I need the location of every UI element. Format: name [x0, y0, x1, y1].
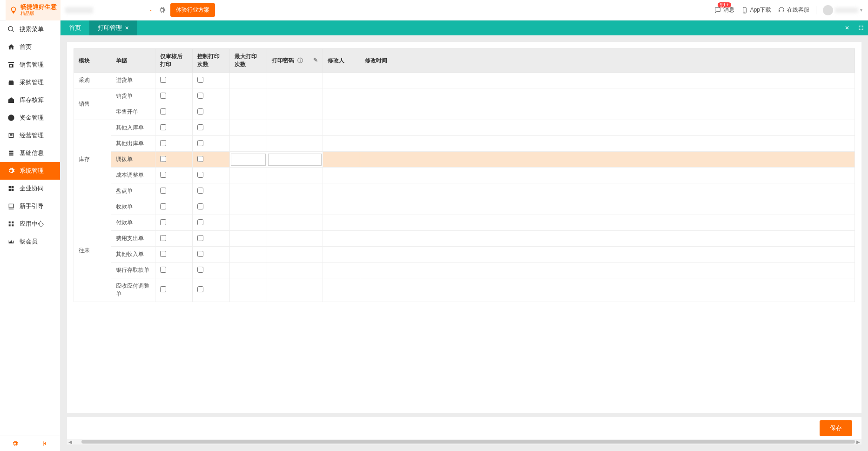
- help-icon[interactable]: ⓘ: [297, 57, 303, 64]
- cell-audit-only: [155, 278, 193, 302]
- sidebar-item-biz[interactable]: 经营管理: [0, 127, 60, 144]
- sidebar-item-sys[interactable]: 系统管理: [0, 162, 60, 180]
- cell-mod-time: [360, 120, 855, 136]
- app-download-button[interactable]: App下载: [741, 6, 771, 14]
- scroll-left-icon[interactable]: ◀: [67, 439, 74, 444]
- scroll-thumb[interactable]: [81, 440, 855, 444]
- ctrl-count-checkbox[interactable]: [197, 124, 203, 130]
- max-count-input[interactable]: [231, 154, 266, 166]
- ctrl-count-checkbox[interactable]: [197, 286, 203, 292]
- ctrl-count-checkbox[interactable]: [197, 156, 203, 162]
- account-selector[interactable]: [65, 7, 154, 13]
- user-menu[interactable]: ▾: [823, 5, 862, 15]
- brand-edition: 精品版: [20, 10, 57, 17]
- audit-only-checkbox[interactable]: [160, 108, 166, 114]
- guide-icon: [7, 202, 15, 210]
- sidebar-item-search[interactable]: 搜索菜单: [0, 20, 60, 38]
- audit-only-checkbox[interactable]: [160, 203, 166, 209]
- audit-only-checkbox[interactable]: [160, 77, 166, 83]
- ctrl-count-checkbox[interactable]: [197, 93, 203, 99]
- audit-only-checkbox[interactable]: [160, 93, 166, 99]
- tab-print-management[interactable]: 打印管理 ✕: [89, 20, 137, 35]
- sidebar-item-home[interactable]: 首页: [0, 38, 60, 56]
- sidebar-footer: [0, 436, 60, 451]
- ctrl-count-checkbox[interactable]: [197, 203, 203, 209]
- ctrl-count-checkbox[interactable]: [197, 219, 203, 225]
- table-row[interactable]: 其他收入单: [74, 247, 855, 263]
- table-row[interactable]: 银行存取款单: [74, 263, 855, 278]
- audit-only-checkbox[interactable]: [160, 156, 166, 162]
- table-row[interactable]: 付款单: [74, 215, 855, 231]
- coop-icon: [7, 185, 15, 192]
- ctrl-count-checkbox[interactable]: [197, 235, 203, 241]
- sidebar-item-coop[interactable]: 企业协同: [0, 180, 60, 197]
- close-all-tabs-icon[interactable]: ✕: [840, 20, 854, 35]
- cell-mod-time: [360, 168, 855, 183]
- tab-home[interactable]: 首页: [61, 20, 89, 35]
- gear-icon[interactable]: [158, 7, 166, 14]
- close-icon[interactable]: ✕: [125, 25, 129, 31]
- ctrl-count-checkbox[interactable]: [197, 188, 203, 194]
- sidebar-item-appcenter[interactable]: 应用中心: [0, 215, 60, 233]
- sidebar-item-purchase[interactable]: 采购管理: [0, 74, 60, 91]
- audit-only-checkbox[interactable]: [160, 219, 166, 225]
- audit-only-checkbox[interactable]: [160, 251, 166, 257]
- cell-password: [267, 120, 323, 136]
- cell-max-count: [230, 88, 267, 104]
- save-button[interactable]: 保存: [820, 420, 852, 436]
- scroll-right-icon[interactable]: ▶: [855, 439, 861, 444]
- audit-only-checkbox[interactable]: [160, 188, 166, 194]
- search-icon: [7, 26, 15, 33]
- audit-only-checkbox[interactable]: [160, 286, 166, 292]
- table-row[interactable]: 其他出库单: [74, 136, 855, 152]
- fullscreen-icon[interactable]: [854, 20, 868, 35]
- audit-only-checkbox[interactable]: [160, 235, 166, 241]
- chevron-down-icon: [148, 7, 154, 13]
- audit-only-checkbox[interactable]: [160, 124, 166, 130]
- ctrl-count-checkbox[interactable]: [197, 140, 203, 146]
- ctrl-count-checkbox[interactable]: [197, 77, 203, 83]
- sidebar-item-stock[interactable]: 库存核算: [0, 91, 60, 109]
- table-row[interactable]: 费用支出单: [74, 231, 855, 247]
- edit-icon[interactable]: ✎: [313, 57, 318, 63]
- table-row[interactable]: 成本调整单: [74, 168, 855, 183]
- sidebar-item-guide[interactable]: 新手引导: [0, 197, 60, 215]
- table-row[interactable]: 调拨单: [74, 152, 855, 168]
- online-service-button[interactable]: 在线客服: [778, 6, 809, 14]
- brand-name: 畅捷通好生意: [20, 4, 57, 10]
- sidebar-item-vip[interactable]: 畅会员: [0, 233, 60, 250]
- print-settings-table: 模块 单据 仅审核后打印 控制打印次数 最大打印次数 打印密码 ⓘ ✎ 修改人: [74, 48, 855, 302]
- sidebar-item-fund[interactable]: 资金管理: [0, 109, 60, 127]
- message-button[interactable]: 99 + 消息: [714, 6, 734, 14]
- audit-only-checkbox[interactable]: [160, 267, 166, 273]
- password-input[interactable]: [268, 154, 322, 166]
- cell-max-count: [230, 136, 267, 152]
- cell-modifier: [323, 136, 360, 152]
- table-row[interactable]: 采购进货单: [74, 73, 855, 88]
- horizontal-scrollbar[interactable]: ◀ ▶: [67, 439, 861, 444]
- cell-audit-only: [155, 199, 193, 215]
- cell-ctrl-count: [193, 104, 230, 120]
- industry-solution-button[interactable]: 体验行业方案: [170, 3, 215, 17]
- audit-only-checkbox[interactable]: [160, 172, 166, 178]
- table-row[interactable]: 盘点单: [74, 183, 855, 199]
- table-row[interactable]: 零售开单: [74, 104, 855, 120]
- sidebar-item-sales[interactable]: 销售管理: [0, 56, 60, 74]
- table-row[interactable]: 销售销货单: [74, 88, 855, 104]
- ctrl-count-checkbox[interactable]: [197, 251, 203, 257]
- cell-max-count: [230, 199, 267, 215]
- ctrl-count-checkbox[interactable]: [197, 267, 203, 273]
- cell-audit-only: [155, 152, 193, 168]
- audit-only-checkbox[interactable]: [160, 140, 166, 146]
- sidebar-item-base[interactable]: 基础信息: [0, 144, 60, 162]
- table-row[interactable]: 库存其他入库单: [74, 120, 855, 136]
- table-row[interactable]: 往来收款单: [74, 199, 855, 215]
- settings-icon[interactable]: [0, 436, 30, 451]
- cell-mod-time: [360, 152, 855, 168]
- table-row[interactable]: 应收应付调整单: [74, 278, 855, 302]
- ctrl-count-checkbox[interactable]: [197, 172, 203, 178]
- collapse-sidebar-icon[interactable]: [30, 436, 61, 451]
- cell-password: [267, 263, 323, 278]
- ctrl-count-checkbox[interactable]: [197, 108, 203, 114]
- cell-doc: 应收应付调整单: [111, 278, 155, 302]
